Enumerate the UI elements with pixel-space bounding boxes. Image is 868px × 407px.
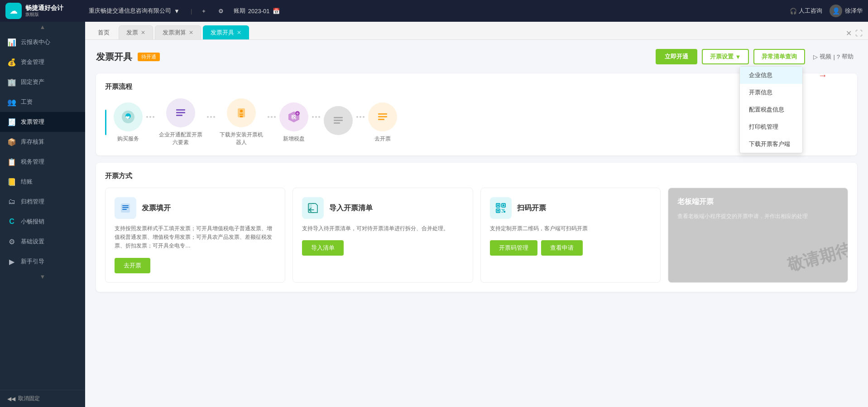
page-title: 发票开具 [96,51,132,63]
period-value: 2023-01 [248,8,270,15]
sidebar-scroll-down[interactable]: ▼ [0,271,85,282]
activate-button[interactable]: 立即开通 [656,49,697,64]
app-container: ☁ 畅捷通好会计 旗舰版 重庆畅捷交通信息咨询有限公司 ▼ | + ⚙ 账期 2… [0,0,868,407]
flow-bar [105,110,106,135]
top-bar: ☁ 畅捷通好会计 旗舰版 重庆畅捷交通信息咨询有限公司 ▼ | + ⚙ 账期 2… [0,0,868,22]
svg-rect-19 [378,119,384,120]
tab-close-all-icon[interactable]: ✕ [846,29,852,38]
printer-label: 打印机管理 [749,123,778,130]
tab-invoice-calc-close[interactable]: ✕ [189,29,193,36]
support-button[interactable]: 🎧 人工咨询 [790,7,822,15]
sidebar-label-tax: 税务管理 [21,158,44,166]
tab-expand-icon[interactable]: ⛶ [855,29,863,38]
sidebar-item-report[interactable]: C 小畅报销 [0,212,85,232]
app-edition: 旗舰版 [25,11,63,18]
flow-title: 开票流程 [105,82,848,91]
setting-button[interactable]: 开票设置 ▼ [702,49,749,64]
scan-title: 扫码开票 [517,204,546,213]
fill-go-button[interactable]: 去开票 [115,258,150,273]
sidebar-item-payroll[interactable]: 👥 工资 [0,92,85,112]
flow-label-3: 下载并安装开票机器人 [219,131,264,146]
app-name: 畅捷通好会计 [25,4,63,12]
dropdown-item-tax-disk[interactable]: 配置税盘信息 [740,101,802,118]
settlement-icon: 📒 [7,177,16,186]
add-button[interactable]: + [199,6,208,16]
flow-label-6: 去开票 [374,135,391,143]
settings-icon[interactable]: ⚙ [216,6,226,16]
flow-connector-1 [143,116,158,118]
svg-rect-22 [122,207,129,208]
page-actions: 立即开通 开票设置 ▼ 异常清单查询 ▷ 视频 | ? 帮助 [656,49,858,64]
calendar-icon: 📅 [273,8,280,15]
sidebar-item-archive[interactable]: 🗂 归档管理 [0,192,85,212]
methods-title: 开票方式 [105,172,848,180]
import-desc: 支持导入待开票清单，可对待开票清单进行拆分、合并处理。 [302,224,463,233]
svg-text:❤: ❤ [125,115,130,121]
tab-invoice-close[interactable]: ✕ [141,29,145,36]
tab-invoice-open-label: 发票开具 [211,29,234,37]
cancel-fixed-icon: ◀◀ [7,396,15,402]
sidebar-item-settings[interactable]: ⚙ 基础设置 [0,232,85,252]
archive-icon: 🗂 [7,197,16,206]
boss-desc: 查看老板端小程序提交的开票申请，并作出相应的处理 [677,212,839,221]
cloud-report-icon: 📊 [7,38,16,47]
flow-step-4: 税+ 新增税盘 [279,102,308,143]
video-label: 视频 [820,53,831,61]
qr-manage-button[interactable]: 开票码管理 [490,240,537,256]
method-header-import: 导入开票清单 [302,197,463,219]
sidebar-item-settlement[interactable]: 📒 结账 [0,172,85,192]
flow-icon-3 [227,98,256,127]
sidebar-label-fixed-asset: 固定资产 [21,78,44,86]
video-button[interactable]: ▷ 视频 | ? 帮助 [810,50,857,63]
sidebar-item-fixed-asset[interactable]: 🏢 固定资产 [0,72,85,92]
payroll-icon: 👥 [7,97,16,107]
tab-invoice[interactable]: 发票 ✕ [119,25,153,39]
exception-button[interactable]: 异常清单查询 [753,49,805,64]
sidebar-item-inventory[interactable]: 📦 库存核算 [0,132,85,152]
tab-invoice-calc[interactable]: 发票测算 ✕ [155,25,201,39]
tab-bar: 首页 发票 ✕ 发票测算 ✕ 发票开具 ✕ ✕ ⛶ [85,22,868,40]
sidebar-item-cloud-report[interactable]: 📊 云报表中心 [0,32,85,52]
sidebar-label-payroll: 工资 [21,98,33,106]
setting-label: 开票设置 [710,53,734,61]
fill-desc: 支持按照发票样式手工填开发票；可开具增值税电子普通发票、增值税普通发票、增值税专… [115,224,276,251]
svg-rect-9 [241,116,243,117]
flow-step-1: ❤ 购买服务 [114,102,143,143]
page-content: 发票开具 待开通 立即开通 开票设置 ▼ 异常清单查询 ▷ 视频 | [85,40,868,407]
sidebar-item-fund[interactable]: 💰 资金管理 [0,52,85,72]
content-area: 首页 发票 ✕ 发票测算 ✕ 发票开具 ✕ ✕ ⛶ [85,22,868,407]
flow-icon-4: 税+ [279,102,308,131]
sidebar-item-invoice[interactable]: 🧾 发票管理 [0,112,85,132]
company-selector[interactable]: 重庆畅捷交通信息咨询有限公司 ▼ [85,5,183,17]
top-right: 🎧 人工咨询 👤 徐泽华 [790,5,863,17]
tab-home[interactable]: 首页 [91,26,117,39]
sidebar-scroll-up[interactable]: ▲ [0,22,85,32]
svg-rect-18 [378,116,387,117]
dropdown-item-company-info[interactable]: 企业信息 → [740,67,802,84]
svg-rect-35 [503,210,504,211]
logo-area: ☁ 畅捷通好会计 旗舰版 [5,3,78,19]
divider: | [833,53,834,60]
dropdown-item-invoice-info[interactable]: 开票信息 [740,84,802,101]
sidebar-item-tax[interactable]: 📋 税务管理 [0,152,85,172]
report-icon: C [7,217,16,226]
flow-icon-2 [166,98,195,127]
svg-rect-8 [240,116,241,117]
svg-rect-33 [502,209,503,210]
overlay-text: 敬请期待 [785,238,848,277]
tab-invoice-open-close[interactable]: ✕ [237,29,241,36]
sidebar-label-report: 小畅报销 [21,218,44,226]
view-apply-button[interactable]: 查看申请 [541,240,583,256]
tab-home-label: 首页 [98,29,110,37]
sidebar-item-guide[interactable]: ▶ 新手引导 [0,252,85,271]
dropdown-item-download-client[interactable]: 下载开票客户端 [740,136,802,153]
import-list-button[interactable]: 导入清单 [302,240,344,256]
cancel-fixed-button[interactable]: ◀◀ 取消固定 [0,390,85,407]
svg-rect-37 [504,211,505,213]
user-area[interactable]: 👤 徐泽华 [830,5,863,17]
period-label: 账期 [234,7,245,15]
method-card-scan: 扫码开票 支持定制开票二维码，客户端可扫码开票 开票码管理 查看申请 [480,188,661,283]
dropdown-item-printer[interactable]: 打印机管理 [740,118,802,136]
sidebar-label-settings: 基础设置 [21,237,44,246]
tab-invoice-open[interactable]: 发票开具 ✕ [203,25,249,39]
